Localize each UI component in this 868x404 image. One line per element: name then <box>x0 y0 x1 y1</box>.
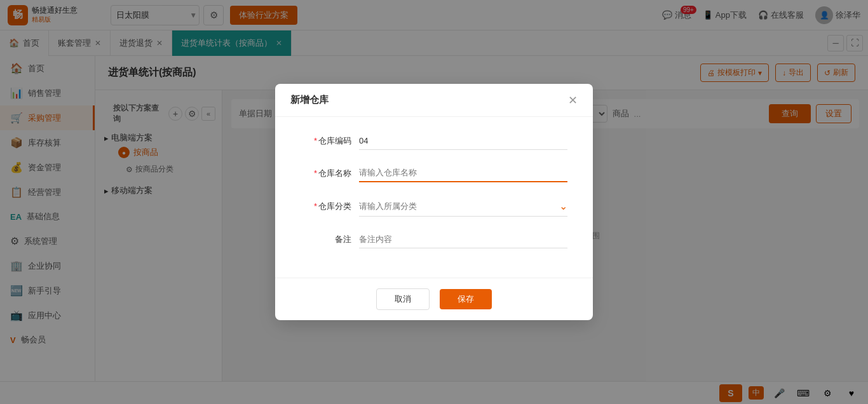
note-label: 备注 <box>301 234 351 245</box>
modal-footer: 取消 保存 <box>275 278 593 320</box>
form-row-note: 备注 <box>301 231 567 248</box>
category-select-row[interactable]: ⌄ <box>359 196 567 217</box>
modal-title: 新增仓库 <box>290 94 329 106</box>
modal-header: 新增仓库 ✕ <box>275 84 593 117</box>
code-label: 仓库编码 <box>301 135 351 147</box>
add-warehouse-modal: 新增仓库 ✕ 仓库编码 仓库名称 仓库分类 ⌄ 备注 取消 保存 <box>275 84 593 320</box>
form-row-name: 仓库名称 <box>301 164 567 182</box>
cancel-button[interactable]: 取消 <box>376 288 430 310</box>
category-label: 仓库分类 <box>301 201 351 212</box>
modal-body: 仓库编码 仓库名称 仓库分类 ⌄ 备注 <box>275 117 593 278</box>
name-label: 仓库名称 <box>301 168 351 179</box>
code-input[interactable] <box>359 132 567 150</box>
category-input[interactable] <box>359 201 559 211</box>
note-input[interactable] <box>359 231 567 248</box>
form-row-code: 仓库编码 <box>301 132 567 150</box>
save-button[interactable]: 保存 <box>440 289 492 309</box>
category-dropdown-icon: ⌄ <box>559 200 567 212</box>
form-row-category: 仓库分类 ⌄ <box>301 196 567 217</box>
name-input[interactable] <box>359 164 567 182</box>
modal-close-btn[interactable]: ✕ <box>568 95 578 106</box>
